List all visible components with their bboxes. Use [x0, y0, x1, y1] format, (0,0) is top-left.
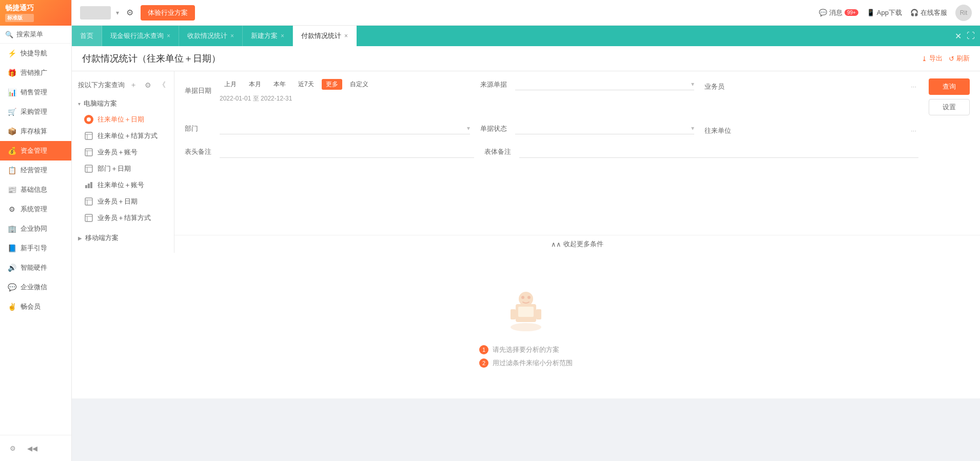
sidebar-item-wechat[interactable]: 💬 企业微信 — [0, 277, 71, 297]
source-voucher-select[interactable]: ▾ — [515, 78, 694, 90]
tab-cash-flow-close-icon[interactable]: × — [167, 32, 170, 39]
scheme-item-unit-settle[interactable]: 往来单位＋结算方式 — [72, 128, 174, 144]
sidebar-item-sales[interactable]: 📊 销售管理 — [0, 83, 71, 102]
sidebar-item-label: 经营管理 — [21, 166, 47, 175]
scheme-query-label: 按以下方案查询 — [78, 81, 125, 90]
sidebar-search[interactable]: 🔍 搜索菜单 — [0, 26, 71, 44]
scheme-item-salesman-account[interactable]: 业务员＋账号 — [72, 144, 174, 161]
user-avatar[interactable]: Rit — [955, 5, 972, 21]
sidebar-item-quick-nav[interactable]: ⚡ 快捷导航 — [0, 44, 71, 63]
refresh-button[interactable]: ↺ 刷新 — [949, 54, 970, 63]
counterpart-select[interactable]: ··· — [739, 123, 918, 138]
tab-cash-flow-label: 现金银行流水查询 — [110, 31, 164, 41]
sidebar-item-purchase[interactable]: 🛒 采购管理 — [0, 102, 71, 122]
svg-rect-11 — [88, 184, 90, 188]
close-all-tabs-icon[interactable]: ✕ — [955, 31, 962, 41]
messages-button[interactable]: 💬 消息 99+ — [819, 8, 858, 17]
profile-area — [80, 6, 111, 19]
sidebar-item-basic[interactable]: 📰 基础信息 — [0, 180, 71, 199]
guide-icon: 📘 — [7, 244, 16, 253]
system-icon: ⚙ — [7, 205, 16, 214]
table-body-note-input[interactable] — [519, 146, 918, 158]
svg-point-23 — [521, 296, 524, 299]
sidebar-header: 畅捷通巧 标准版 — [0, 0, 71, 26]
sidebar-item-label: 企业微信 — [21, 283, 47, 292]
voucher-date-field: 单据日期 上月 本月 本年 近7天 更多 自定义 20 — [185, 78, 470, 103]
tab-receipt-stats[interactable]: 收款情况统计 × — [179, 26, 243, 46]
sidebar-bottom: ⚙ ◀◀ — [0, 435, 71, 461]
collapse-scheme-button[interactable]: 《 — [156, 79, 168, 91]
scheme-item-salesman-settle[interactable]: 业务员＋结算方式 — [72, 210, 174, 226]
date-btn-this-month[interactable]: 本月 — [244, 78, 266, 90]
tab-payment-stats-close-icon[interactable]: × — [344, 32, 348, 39]
scheme-item-unit-account[interactable]: 往来单位＋账号 — [72, 177, 174, 193]
counterpart-field: 往来单位 ··· — [704, 123, 918, 138]
date-btn-7days[interactable]: 近7天 — [293, 78, 319, 90]
tab-receipt-stats-label: 收款情况统计 — [187, 31, 227, 41]
online-service-button[interactable]: 🎧 在线客服 — [910, 8, 947, 17]
sidebar-item-system[interactable]: ⚙ 系统管理 — [0, 199, 71, 219]
tab-receipt-stats-close-icon[interactable]: × — [230, 32, 234, 39]
svg-rect-21 — [518, 307, 534, 317]
sidebar-item-member[interactable]: ✌ 畅会员 — [0, 297, 71, 316]
counterpart-ellipsis-icon[interactable]: ··· — [909, 125, 918, 136]
salesman-ellipsis-icon[interactable]: ··· — [909, 81, 918, 92]
table-header-note-input[interactable] — [220, 146, 474, 158]
setting-button[interactable]: 设置 — [929, 99, 970, 115]
messages-badge: 99+ — [845, 9, 858, 16]
date-btn-this-year[interactable]: 本年 — [269, 78, 290, 90]
tab-cash-flow[interactable]: 现金银行流水查询 × — [102, 26, 179, 46]
sidebar-item-label: 快捷导航 — [21, 49, 47, 58]
tab-new-scheme-close-icon[interactable]: × — [281, 32, 284, 39]
scheme-item-salesman-date[interactable]: 业务员＋日期 — [72, 193, 174, 210]
scheme-item-dept-date[interactable]: 部门＋日期 — [72, 161, 174, 177]
empty-tip-1: 1 请先选择要分析的方案 — [479, 345, 573, 354]
scheme-item-unit-date[interactable]: 往来单位＋日期 — [72, 111, 174, 128]
department-select[interactable]: ▾ — [220, 123, 470, 134]
empty-state: 1 请先选择要分析的方案 2 用过滤条件来缩小分析范围 — [72, 253, 980, 398]
tab-new-scheme[interactable]: 新建方案 × — [243, 26, 293, 46]
date-btn-custom[interactable]: 自定义 — [345, 78, 373, 90]
scheme-group-mobile-header[interactable]: ▶ 移动端方案 — [72, 230, 174, 246]
export-button[interactable]: ⤓ 导出 — [922, 54, 943, 63]
sidebar-item-label: 系统管理 — [21, 205, 47, 214]
scheme-item-chart-icon — [84, 181, 93, 190]
tab-payment-stats[interactable]: 付款情况统计 × — [293, 26, 357, 46]
sidebar-item-inventory[interactable]: 📦 库存核算 — [0, 122, 71, 141]
salesman-select[interactable]: ··· — [739, 78, 918, 94]
voucher-status-select[interactable]: ▾ — [515, 123, 694, 134]
topbar-gear-icon[interactable]: ⚙ — [124, 8, 135, 17]
scheme-group-desktop-header[interactable]: ▾ 电脑端方案 — [72, 96, 174, 111]
tabbar: 首页 现金银行流水查询 × 收款情况统计 × 新建方案 × 付款情况统计 × ✕… — [72, 26, 980, 46]
filter-row-2: 部门 ▾ 单据状态 ▾ — [185, 123, 970, 138]
svg-rect-26 — [536, 309, 541, 319]
app-download-button[interactable]: 📱 App下载 — [867, 8, 902, 17]
sidebar-item-guide[interactable]: 📘 新手引导 — [0, 238, 71, 258]
sidebar-item-fund[interactable]: 💰 资金管理 — [0, 141, 71, 161]
manage-scheme-button[interactable]: ⚙ — [142, 79, 153, 91]
sidebar-item-hardware[interactable]: 🔊 智能硬件 — [0, 258, 71, 277]
settings-button[interactable]: ⚙ — [5, 440, 21, 456]
add-scheme-button[interactable]: ＋ — [128, 79, 139, 91]
sidebar-item-enterprise[interactable]: 🏢 企业协同 — [0, 219, 71, 238]
hardware-icon: 🔊 — [7, 263, 16, 272]
filter-row-1: 单据日期 上月 本月 本年 近7天 更多 自定义 20 — [185, 78, 970, 115]
date-btn-last-month[interactable]: 上月 — [220, 78, 241, 90]
scheme-item-label: 往来单位＋账号 — [97, 181, 144, 190]
topbar: ▾ ⚙ 体验行业方案 💬 消息 99+ 📱 App下载 🎧 在线客服 Rit — [72, 0, 980, 26]
date-btn-more[interactable]: 更多 — [322, 79, 342, 90]
sidebar-item-marketing[interactable]: 🎁 营销推广 — [0, 63, 71, 83]
scheme-item-label: 往来单位＋日期 — [97, 115, 144, 124]
query-button[interactable]: 查询 — [929, 78, 970, 95]
svg-rect-4 — [85, 149, 92, 156]
scheme-sidebar: 按以下方案查询 ＋ ⚙ 《 ▾ 电脑端方案 — [72, 71, 174, 253]
trial-button[interactable]: 体验行业方案 — [141, 5, 195, 21]
sidebar-item-operation[interactable]: 📋 经营管理 — [0, 161, 71, 180]
profile-chevron-icon[interactable]: ▾ — [116, 9, 119, 16]
scheme-group-label: 移动端方案 — [85, 233, 119, 243]
tab-home[interactable]: 首页 — [72, 26, 102, 46]
filter-form: 单据日期 上月 本月 本年 近7天 更多 自定义 20 — [174, 71, 980, 235]
collapse-sidebar-button[interactable]: ◀◀ — [25, 440, 40, 456]
maximize-icon[interactable]: ⛶ — [967, 31, 975, 41]
collapse-conditions-button[interactable]: ∧∧ 收起更多条件 — [551, 239, 603, 249]
